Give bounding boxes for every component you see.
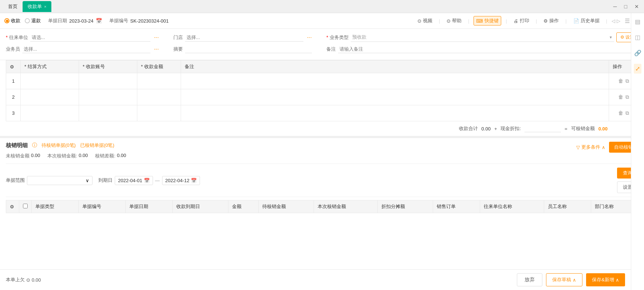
- salesman-more-btn[interactable]: ···: [154, 46, 159, 52]
- date-from-input[interactable]: 2022-04-01 📅: [115, 176, 153, 185]
- row-delete-icon[interactable]: 🗑: [618, 94, 623, 100]
- th-settle: * 结算方式: [21, 60, 79, 73]
- row-note[interactable]: [181, 89, 609, 105]
- filter-range-select[interactable]: ∨: [27, 176, 93, 185]
- salesman-input[interactable]: [22, 45, 150, 53]
- counterpart-field: 往来单位 ···: [6, 34, 159, 42]
- row-note[interactable]: [181, 73, 609, 89]
- bth-pending: 待核销金额: [258, 200, 314, 213]
- radio-circle-receive: [4, 18, 9, 23]
- sidebar-table-icon[interactable]: ▤: [633, 17, 642, 27]
- th-settings[interactable]: ⚙: [6, 60, 21, 73]
- verify-tab-pending[interactable]: 待核销单据(0笔): [42, 142, 76, 149]
- bth-partner: 往来单位名称: [480, 200, 544, 213]
- remark-input[interactable]: [338, 45, 638, 53]
- filter-range-field: 单据范围 ∨: [6, 176, 93, 185]
- save-new-btn[interactable]: 保存&新增 ∧: [586, 273, 625, 286]
- verify-header-row: 核销明细 ⓘ 待核销单据(0笔) 已核销单据(0笔) ▽ 更多条件 ∧ 自动核销: [6, 142, 638, 153]
- store-more-btn[interactable]: ···: [307, 34, 312, 41]
- bth-number: 单据编号: [79, 200, 126, 213]
- row-amount[interactable]: [137, 105, 181, 121]
- verify-tab-done[interactable]: 已核销单据(0笔): [80, 142, 114, 149]
- bth-employee: 员工名称: [544, 200, 591, 213]
- footer-balance: 本单上欠 ⊙ 0.00: [6, 277, 41, 283]
- row-delete-icon[interactable]: 🗑: [618, 78, 623, 84]
- calendar-to-icon: 📅: [191, 178, 197, 183]
- history-btn[interactable]: 📄 历史单据: [571, 16, 602, 25]
- summary-row: 收款合计 0.00 + 现金折扣: = 可核销金额 0.00: [0, 121, 644, 136]
- counterpart-input[interactable]: [30, 34, 150, 42]
- filter-icon: ▽: [576, 145, 580, 150]
- calendar-icon[interactable]: 📅: [96, 18, 102, 24]
- counterpart-more-btn[interactable]: ···: [154, 34, 159, 41]
- verify-info-icon[interactable]: ⓘ: [32, 142, 37, 149]
- radio-refund[interactable]: 退款: [25, 17, 41, 24]
- list-view-icon[interactable]: ☰: [625, 17, 630, 24]
- radio-circle-refund: [25, 18, 30, 23]
- date-to-input[interactable]: 2022-04-12 📅: [162, 176, 200, 185]
- select-all-checkbox[interactable]: [23, 204, 28, 208]
- counterpart-label: 往来单位: [6, 34, 28, 41]
- row-account[interactable]: [79, 89, 137, 105]
- video-icon: ⊙: [417, 18, 421, 24]
- row-copy-icon[interactable]: ⧉: [625, 78, 629, 84]
- nav-next-icon[interactable]: ▷: [617, 18, 620, 24]
- filter-row-inner: 单据范围 ∨ 到期日 2022-04-01 📅 — 2022-04-12: [6, 176, 610, 185]
- shortcut-btn[interactable]: ⌨ 快捷键: [474, 16, 501, 26]
- minimize-btn[interactable]: ─: [611, 3, 619, 10]
- help-icon: ⊙: [447, 18, 451, 24]
- help-btn[interactable]: ⊙ 帮助: [444, 16, 464, 25]
- verify-title: 核销明细: [6, 142, 28, 149]
- filter-arrow-icon: ∨: [86, 178, 89, 183]
- row-copy-icon[interactable]: ⧉: [625, 110, 629, 116]
- summary-input[interactable]: [185, 45, 312, 53]
- row-account[interactable]: [79, 105, 137, 121]
- maximize-btn[interactable]: □: [622, 3, 629, 10]
- balance-info-icon[interactable]: ⊙: [26, 277, 30, 283]
- tab-receipts[interactable]: 收款单 ×: [23, 1, 51, 12]
- th-account: * 收款账号: [79, 60, 137, 73]
- sidebar-preview-icon[interactable]: ◫: [633, 32, 642, 42]
- doc-number-field: 单据编号 SK-20230324-001: [109, 17, 169, 24]
- table-section: ⚙ * 结算方式 * 收款账号 * 收款金额 备注 操作: [0, 60, 644, 121]
- radio-receive[interactable]: 收款: [4, 17, 20, 24]
- doc-date-field: 单据日期 2023-03-24 📅: [48, 17, 102, 24]
- discount-input[interactable]: [525, 125, 561, 132]
- verify-section: 核销明细 ⓘ 待核销单据(0笔) 已核销单据(0笔) ▽ 更多条件 ∧ 自动核销…: [0, 136, 644, 217]
- row-settle[interactable]: [21, 105, 79, 121]
- bth-settings[interactable]: ⚙: [6, 200, 19, 213]
- business-type-select[interactable]: 预收款 ▼: [351, 33, 614, 42]
- sidebar-link-icon[interactable]: 🔗: [633, 48, 643, 58]
- row-amount[interactable]: [137, 73, 181, 89]
- row-seq: 1: [6, 73, 21, 89]
- row-account[interactable]: [79, 73, 137, 89]
- row-copy-icon[interactable]: ⧉: [625, 94, 629, 100]
- abandon-btn[interactable]: 放弃: [517, 273, 542, 286]
- video-btn[interactable]: ⊙ 视频: [415, 16, 435, 25]
- store-input[interactable]: [185, 34, 303, 42]
- tab-bar: 首页 收款单 × ─ □ ✕: [0, 0, 644, 13]
- th-amount: * 收款金额: [137, 60, 181, 73]
- table-row: 1 🗑 ⧉: [6, 73, 638, 89]
- nav-prev-icon[interactable]: ◁: [612, 18, 615, 24]
- bth-checkbox[interactable]: [19, 200, 32, 213]
- save-draft-btn[interactable]: 保存草稿 ∧: [546, 273, 582, 286]
- remark-field: 备注: [326, 45, 638, 53]
- more-conditions-btn[interactable]: ▽ 更多条件 ∧: [576, 144, 605, 150]
- close-btn[interactable]: ✕: [632, 3, 641, 10]
- row-settle[interactable]: [21, 89, 79, 105]
- footer: 本单上欠 ⊙ 0.00 放弃 保存草稿 ∧ 保存&新增 ∧: [0, 269, 631, 290]
- operation-btn[interactable]: ⚙ 操作: [541, 16, 561, 25]
- verify-header: 核销明细 ⓘ 待核销单据(0笔) 已核销单据(0笔): [6, 142, 576, 149]
- row-note[interactable]: [181, 105, 609, 121]
- store-field: 门店 ···: [173, 34, 312, 42]
- sidebar-expand-icon[interactable]: ⤢: [634, 64, 641, 74]
- remark-label: 备注: [326, 46, 336, 52]
- row-amount[interactable]: [137, 89, 181, 105]
- tab-home[interactable]: 首页: [3, 1, 23, 12]
- row-delete-icon[interactable]: 🗑: [618, 110, 623, 116]
- tab-close-icon[interactable]: ×: [44, 4, 46, 9]
- row-settle[interactable]: [21, 73, 79, 89]
- bth-type: 单据类型: [32, 200, 79, 213]
- print-btn[interactable]: 🖨 打印: [511, 16, 531, 25]
